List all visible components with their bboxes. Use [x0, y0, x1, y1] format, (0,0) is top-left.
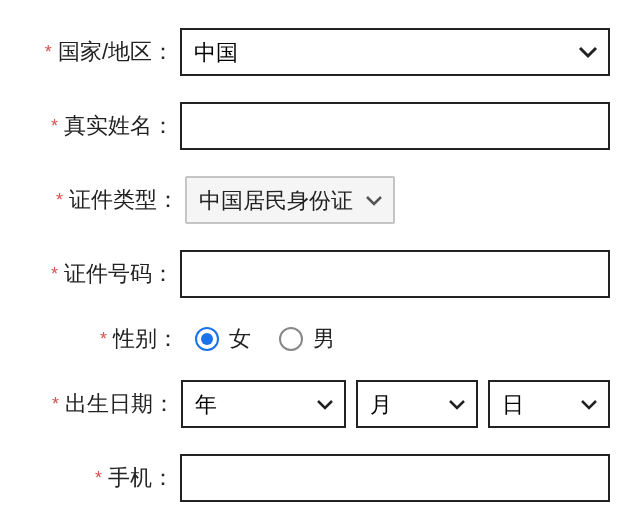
label-realname: * 真实姓名： — [20, 111, 180, 141]
row-phone: * 手机： — [20, 454, 610, 502]
day-select[interactable]: 日 — [488, 380, 610, 428]
country-select-wrap: 中国 — [180, 28, 610, 76]
label-idnumber: * 证件号码： — [20, 259, 180, 289]
label-birthdate: * 出生日期： — [20, 389, 181, 419]
month-select[interactable]: 月 — [356, 380, 478, 428]
gender-radio-female[interactable]: 女 — [195, 324, 251, 354]
label-realname-text: 真实姓名： — [64, 111, 174, 141]
row-birthdate: * 出生日期： 年 月 日 — [20, 380, 610, 428]
row-idnumber: * 证件号码： — [20, 250, 610, 298]
label-phone: * 手机： — [20, 463, 180, 493]
row-idtype: * 证件类型： 中国居民身份证 — [20, 176, 610, 224]
country-select[interactable]: 中国 — [180, 28, 610, 76]
gender-radio-male[interactable]: 男 — [279, 324, 335, 354]
label-gender-text: 性别： — [113, 324, 179, 354]
input-cell-idnumber — [180, 250, 610, 298]
row-gender: * 性别： 女 男 — [20, 324, 610, 354]
realname-input[interactable] — [180, 102, 610, 150]
label-idnumber-text: 证件号码： — [64, 259, 174, 289]
input-cell-country: 中国 — [180, 28, 610, 76]
input-cell-phone — [180, 454, 610, 502]
phone-input[interactable] — [180, 454, 610, 502]
label-idtype-text: 证件类型： — [69, 185, 179, 215]
gender-female-label: 女 — [229, 324, 251, 354]
input-cell-idtype: 中国居民身份证 — [185, 176, 610, 224]
label-birthdate-text: 出生日期： — [65, 389, 175, 419]
label-country: * 国家/地区： — [20, 37, 180, 67]
label-country-text: 国家/地区： — [58, 37, 174, 67]
input-cell-birthdate: 年 月 日 — [181, 380, 610, 428]
idnumber-input[interactable] — [180, 250, 610, 298]
required-marker: * — [52, 394, 59, 415]
month-select-wrap: 月 — [356, 380, 478, 428]
year-select-wrap: 年 — [181, 380, 346, 428]
label-phone-text: 手机： — [108, 463, 174, 493]
required-marker: * — [95, 468, 102, 489]
gender-male-label: 男 — [313, 324, 335, 354]
required-marker: * — [51, 264, 58, 285]
idtype-select-wrap: 中国居民身份证 — [185, 176, 395, 224]
radio-dot — [201, 333, 213, 345]
required-marker: * — [100, 329, 107, 350]
radio-icon-unchecked — [279, 327, 303, 351]
day-select-wrap: 日 — [488, 380, 610, 428]
idtype-select[interactable]: 中国居民身份证 — [185, 176, 395, 224]
row-realname: * 真实姓名： — [20, 102, 610, 150]
input-cell-gender: 女 男 — [185, 324, 610, 354]
year-select[interactable]: 年 — [181, 380, 346, 428]
required-marker: * — [56, 190, 63, 211]
row-country: * 国家/地区： 中国 — [20, 28, 610, 76]
radio-icon-checked — [195, 327, 219, 351]
required-marker: * — [51, 116, 58, 137]
label-gender: * 性别： — [20, 324, 185, 354]
gender-radio-group: 女 男 — [185, 324, 335, 354]
input-cell-realname — [180, 102, 610, 150]
required-marker: * — [45, 42, 52, 63]
label-idtype: * 证件类型： — [20, 185, 185, 215]
